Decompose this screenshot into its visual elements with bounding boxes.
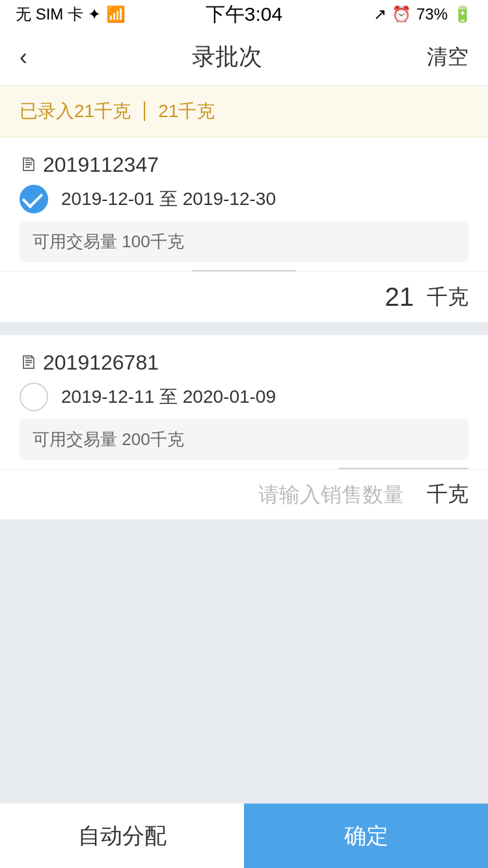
batch-2-header: 🖹 2019126781 — [0, 335, 488, 380]
batch-1-row[interactable]: 2019-12-01 至 2019-12-30 — [0, 182, 488, 219]
batch-1-amount-unit: 千克 — [427, 283, 468, 312]
batch-1-amount-row: 21 千克 — [0, 271, 488, 322]
info-value: 21千克 — [158, 99, 215, 124]
battery-icon: 🔋 — [453, 5, 472, 23]
confirm-button[interactable]: 确定 — [244, 804, 488, 868]
batch-1-date: 2019-12-01 至 2019-12-30 — [61, 187, 276, 211]
wifi-icon: 📶 — [106, 5, 126, 23]
status-time: 下午3:04 — [206, 1, 282, 28]
batch-2-availability: 可用交易量 200千克 — [20, 419, 468, 460]
info-divider — [144, 102, 145, 121]
batch-2-quantity-input[interactable] — [20, 483, 414, 507]
batch-1-icon: 🖹 — [20, 154, 38, 176]
batch-1-id: 2019112347 — [43, 153, 159, 177]
auto-distribute-button[interactable]: 自动分配 — [0, 804, 244, 868]
status-bar: 无 SIM 卡 ✦ 📶 下午3:04 ↗ ⏰ 73% 🔋 — [0, 0, 488, 29]
clear-button[interactable]: 清空 — [427, 43, 468, 72]
batch-1-availability: 可用交易量 100千克 — [20, 221, 468, 262]
batch-card-1: 🖹 2019112347 2019-12-01 至 2019-12-30 可用交… — [0, 137, 488, 322]
batch-2-id: 2019126781 — [43, 351, 159, 375]
batch-1-header: 🖹 2019112347 — [0, 137, 488, 182]
batch-2-input-row: 千克 — [0, 469, 488, 519]
back-button[interactable]: ‹ — [20, 44, 27, 71]
page-content: 已录入21千克 21千克 🖹 2019112347 2019-12-01 至 2… — [0, 86, 488, 868]
batch-card-2: 🖹 2019126781 2019-12-11 至 2020-01-09 可用交… — [0, 335, 488, 519]
sim-text: 无 SIM 卡 ✦ — [16, 4, 101, 25]
info-label: 已录入21千克 — [20, 99, 131, 124]
bottom-bar: 自动分配 确定 — [0, 803, 488, 868]
batch-1-radio[interactable] — [20, 185, 48, 213]
batch-2-row[interactable]: 2019-12-11 至 2020-01-09 — [0, 380, 488, 416]
batch-2-date: 2019-12-11 至 2020-01-09 — [61, 385, 276, 409]
page-title: 录批次 — [192, 41, 262, 73]
batch-2-icon: 🖹 — [20, 352, 38, 373]
nav-bar: ‹ 录批次 清空 — [0, 29, 488, 86]
batch-2-unit: 千克 — [427, 480, 468, 509]
location-icon: ↗ — [373, 5, 386, 23]
battery-text: 73% — [416, 5, 448, 23]
info-banner: 已录入21千克 21千克 — [0, 86, 488, 137]
alarm-icon: ⏰ — [392, 5, 411, 23]
batch-1-amount-value: 21 — [385, 282, 414, 312]
status-right: ↗ ⏰ 73% 🔋 — [373, 5, 472, 23]
status-left: 无 SIM 卡 ✦ 📶 — [16, 4, 126, 25]
section-separator — [0, 322, 488, 335]
batch-2-radio[interactable] — [20, 383, 48, 411]
